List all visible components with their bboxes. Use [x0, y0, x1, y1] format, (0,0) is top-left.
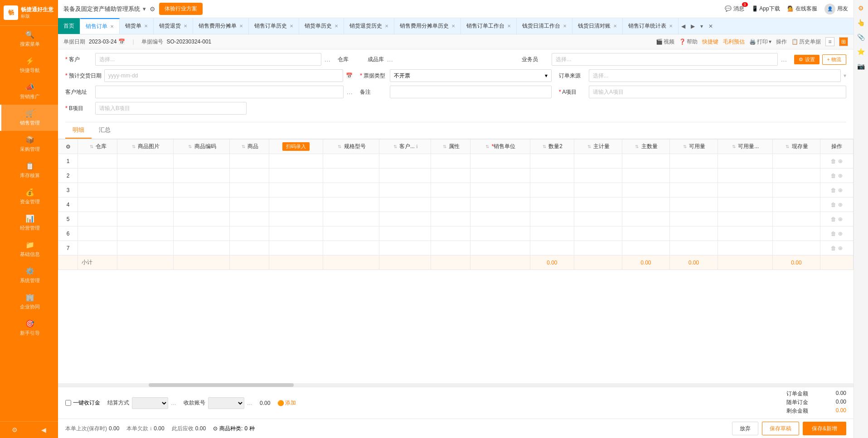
tab-close-cash-daily-account[interactable]: ✕ — [613, 24, 617, 29]
row-delete-icon-6[interactable]: 🗑 — [831, 231, 836, 237]
row-copy-icon-6[interactable]: ⊕ — [838, 231, 843, 237]
notification-badge[interactable]: 💬 消息 9 — [725, 5, 744, 13]
tab-close-sales-return[interactable]: ✕ — [144, 24, 148, 29]
right-settings-icon[interactable]: ⚙ — [855, 2, 868, 14]
sidebar-collapse-icon[interactable]: ◀ — [41, 426, 46, 433]
operate-action[interactable]: 操作 — [776, 38, 787, 46]
history-action[interactable]: 📋 历史单据 — [791, 38, 821, 46]
sort-icon-available[interactable]: ⇅ — [683, 144, 687, 149]
row-delete-icon-3[interactable]: 🗑 — [831, 187, 836, 193]
tab-close-all[interactable]: ✕ — [706, 23, 716, 29]
date-field[interactable]: 2023-03-24 📅 — [89, 39, 125, 45]
sidebar-item-inventory[interactable]: 📋 库存核算 — [0, 157, 58, 183]
settings-gear-icon[interactable]: ⚙ — [150, 5, 155, 13]
tab-close-sales-fee-hist[interactable]: ✕ — [451, 24, 455, 29]
order-source-input[interactable] — [589, 69, 841, 82]
tab-close-sales-refund-hist[interactable]: ✕ — [385, 24, 388, 29]
payment-method-dots[interactable]: … — [171, 400, 176, 406]
sidebar-item-sales[interactable]: 🛒 销售管理 — [0, 105, 58, 131]
tab-more[interactable]: ▾ — [698, 23, 706, 29]
scan-button[interactable]: 扫码录入 — [282, 142, 310, 151]
sidebar-item-finance[interactable]: 💰 资金管理 — [0, 183, 58, 210]
sort-icon-main-unit[interactable]: ⇅ — [587, 144, 591, 149]
settings-button[interactable]: ⚙ 设置 — [794, 55, 819, 64]
sidebar-item-quick-nav[interactable]: ⚡ 快捷导航 — [0, 52, 58, 78]
sort-icon-sales-unit[interactable]: ⇅ — [485, 144, 489, 149]
sort-icon-available2[interactable]: ⇅ — [732, 144, 736, 149]
staff-dots[interactable]: … — [781, 56, 787, 63]
customer-input[interactable] — [95, 53, 321, 66]
view-action[interactable]: 🎬 视频 — [656, 38, 674, 46]
row-delete-icon-2[interactable]: 🗑 — [831, 173, 836, 179]
horizontal-scrollbar[interactable] — [58, 383, 853, 387]
row-delete-icon-7[interactable]: 🗑 — [831, 245, 836, 251]
invoice-select[interactable]: 不开票 ▾ — [390, 69, 552, 82]
tab-close-sales-order[interactable]: ✕ — [110, 24, 114, 29]
one-click-checkout-checkbox[interactable]: 一键收订金 — [65, 399, 100, 407]
row-copy-icon-1[interactable]: ⊕ — [838, 158, 843, 164]
current-order-info-icon[interactable]: ℹ — [150, 426, 152, 431]
row-copy-icon-2[interactable]: ⊕ — [838, 173, 843, 179]
row-delete-icon-4[interactable]: 🗑 — [831, 202, 836, 208]
tab-sales-fee-split[interactable]: 销售费用分摊单 ✕ — [193, 18, 249, 34]
one-click-checkbox-input[interactable] — [65, 400, 71, 406]
sort-icon-product[interactable]: ⇅ — [242, 144, 245, 149]
tab-scroll-left[interactable]: ◀ — [679, 23, 688, 29]
tab-close-sales-order-hist[interactable]: ✕ — [290, 24, 293, 29]
sidebar-item-enterprise[interactable]: 🏢 企业协同 — [0, 289, 58, 315]
bank-account-select[interactable] — [208, 397, 244, 409]
tab-sales-refund-hist[interactable]: 销货退货历史 ✕ — [344, 18, 394, 34]
sidebar-item-search[interactable]: 🔍 搜索菜单 — [0, 26, 58, 52]
tab-sales-return-hist[interactable]: 销货单历史 ✕ — [299, 18, 344, 34]
sort-icon-spec[interactable]: ⇅ — [338, 144, 341, 149]
sort-icon-warehouse[interactable]: ⇅ — [90, 144, 93, 149]
tab-close-cash-daily-work[interactable]: ✕ — [563, 24, 567, 29]
tab-close-sales-summary[interactable]: ✕ — [669, 24, 673, 29]
col-gear[interactable]: ⚙ — [58, 140, 78, 154]
discard-button[interactable]: 放弃 — [732, 422, 758, 435]
customer-code-info-icon[interactable]: ℹ — [416, 144, 418, 149]
tab-close-sales-order-work[interactable]: ✕ — [507, 24, 511, 29]
sort-icon-current-stock[interactable]: ⇅ — [786, 144, 789, 149]
tab-close-sales-return-hist[interactable]: ✕ — [335, 24, 338, 29]
user-menu[interactable]: 👤 用友 — [824, 4, 848, 14]
layout-grid-icon[interactable]: ⊞ — [839, 37, 848, 46]
layout-list-icon[interactable]: ≡ — [825, 37, 834, 46]
sort-icon-qty2[interactable]: ⇅ — [543, 144, 546, 149]
row-delete-icon-1[interactable]: 🗑 — [831, 158, 836, 164]
add-button[interactable]: 🟠 添加 — [277, 399, 296, 407]
tab-sales-fee-hist[interactable]: 销售费用分摊单历史 ✕ — [394, 18, 461, 34]
row-copy-icon-3[interactable]: ⊕ — [838, 187, 843, 193]
scrollbar-thumb[interactable] — [149, 383, 294, 387]
sidebar-item-basic[interactable]: 📁 基础信息 — [0, 236, 58, 262]
tab-sales-return[interactable]: 销货单 ✕ — [120, 18, 154, 34]
tab-sales-refund[interactable]: 销货退货 ✕ — [154, 18, 193, 34]
right-scan-icon[interactable]: 📷 — [855, 60, 868, 72]
address-dots[interactable]: … — [346, 88, 353, 96]
sidebar-item-newbie[interactable]: 🎯 新手引导 — [0, 315, 58, 341]
row-copy-icon-4[interactable]: ⊕ — [838, 202, 843, 208]
profit-action[interactable]: 毛利预估 — [723, 38, 745, 46]
shortcut-action[interactable]: 快捷键 — [702, 38, 718, 46]
tab-sales-order-work[interactable]: 销售订单工作台 ✕ — [461, 18, 517, 34]
customer-dots[interactable]: … — [324, 56, 330, 63]
detail-tab-detail[interactable]: 明细 — [65, 122, 92, 139]
note-input[interactable] — [390, 86, 552, 98]
tab-scroll-right[interactable]: ▶ — [688, 23, 698, 29]
a-project-input[interactable] — [589, 86, 846, 98]
row-copy-icon-5[interactable]: ⊕ — [838, 216, 843, 222]
sort-icon-product-image[interactable]: ⇅ — [132, 144, 136, 149]
warehouse-dots[interactable]: … — [387, 56, 393, 63]
payment-method-select[interactable] — [132, 397, 168, 409]
sidebar-item-marketing[interactable]: 📣 营销推广 — [0, 78, 58, 105]
staff-input[interactable] — [552, 53, 778, 66]
right-fingerprint-icon[interactable]: 👆 — [855, 16, 868, 29]
tab-sales-order[interactable]: 销售订单 ✕ — [80, 18, 120, 34]
sort-icon-attribute[interactable]: ⇅ — [443, 144, 446, 149]
row-delete-icon-5[interactable]: 🗑 — [831, 216, 836, 222]
sort-icon-main-qty[interactable]: ⇅ — [635, 144, 639, 149]
row-copy-icon-7[interactable]: ⊕ — [838, 245, 843, 251]
sidebar-item-purchase[interactable]: 📦 采购管理 — [0, 131, 58, 157]
print-action[interactable]: 🖨️ 打印 ▾ — [749, 38, 771, 46]
system-dropdown-icon[interactable]: ▾ — [143, 5, 146, 12]
